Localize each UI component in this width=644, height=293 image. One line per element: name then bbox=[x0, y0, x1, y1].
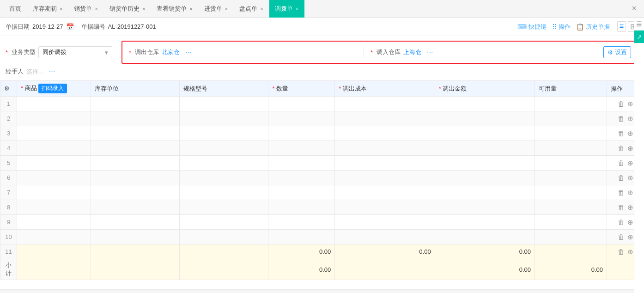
row-qty[interactable] bbox=[268, 215, 335, 230]
row-product[interactable] bbox=[17, 156, 91, 171]
calendar-icon[interactable]: 📅 bbox=[66, 23, 74, 31]
tab-home[interactable]: 首页 bbox=[4, 0, 27, 18]
horizontal-scrollbar[interactable] bbox=[0, 289, 644, 293]
copy-icon[interactable]: ⊕ bbox=[627, 144, 633, 153]
row-cost[interactable] bbox=[335, 141, 435, 156]
row-spec[interactable] bbox=[180, 97, 268, 111]
row-amount[interactable] bbox=[435, 215, 535, 230]
person-dots[interactable]: ··· bbox=[49, 67, 55, 76]
row-amount[interactable] bbox=[435, 230, 535, 244]
row-qty[interactable] bbox=[268, 97, 335, 111]
business-type-select[interactable]: 同价调拨 ▾ bbox=[38, 46, 112, 58]
row-qty[interactable] bbox=[268, 200, 335, 215]
tab-close-purchase[interactable]: × bbox=[225, 6, 228, 12]
row-cost[interactable] bbox=[335, 215, 435, 230]
row-unit[interactable] bbox=[91, 156, 180, 171]
tab-close-sales-order[interactable]: × bbox=[95, 6, 97, 12]
copy-icon[interactable]: ⊕ bbox=[627, 115, 633, 123]
row-spec[interactable] bbox=[180, 171, 268, 185]
row-product[interactable] bbox=[17, 111, 91, 126]
tab-purchase[interactable]: 进货单 × bbox=[199, 0, 234, 18]
copy-icon[interactable]: ⊕ bbox=[627, 174, 633, 182]
row-unit[interactable] bbox=[91, 111, 180, 126]
layout-list-button[interactable]: ≡ bbox=[617, 21, 626, 32]
row-cost[interactable] bbox=[335, 171, 435, 185]
row-amount[interactable] bbox=[435, 200, 535, 215]
copy-icon[interactable]: ⊕ bbox=[627, 203, 633, 212]
row-unit[interactable] bbox=[91, 215, 180, 230]
row-cost[interactable] bbox=[335, 97, 435, 111]
tab-close-sales-history[interactable]: × bbox=[142, 6, 145, 12]
row-available[interactable] bbox=[535, 126, 607, 141]
row-available[interactable] bbox=[535, 156, 607, 171]
row-available[interactable] bbox=[535, 185, 607, 200]
row-unit[interactable] bbox=[91, 141, 180, 156]
row-product[interactable] bbox=[17, 185, 91, 200]
row-qty[interactable] bbox=[268, 126, 335, 141]
row-spec[interactable] bbox=[180, 126, 268, 141]
delete-icon[interactable]: 🗑 bbox=[618, 100, 625, 108]
row-spec[interactable] bbox=[180, 200, 268, 215]
row-cost[interactable] bbox=[335, 200, 435, 215]
row-unit[interactable] bbox=[91, 185, 180, 200]
row-available[interactable] bbox=[535, 200, 607, 215]
delete-icon[interactable]: 🗑 bbox=[618, 159, 625, 167]
row-spec[interactable] bbox=[180, 185, 268, 200]
tab-close-inventory-init[interactable]: × bbox=[60, 6, 62, 12]
row-available[interactable] bbox=[535, 215, 607, 230]
tab-view-sales[interactable]: 查看销货单 × bbox=[151, 0, 198, 18]
out-warehouse-dots[interactable]: ··· bbox=[185, 48, 191, 56]
delete-icon[interactable]: 🗑 bbox=[618, 233, 625, 241]
history-button[interactable]: 📋 历史单据 bbox=[576, 23, 610, 31]
row-spec[interactable] bbox=[180, 156, 268, 171]
row-amount[interactable] bbox=[435, 126, 535, 141]
row-qty[interactable] bbox=[268, 185, 335, 200]
delete-icon[interactable]: 🗑 bbox=[618, 115, 625, 122]
shortcut-button[interactable]: ⌨ 快捷键 bbox=[517, 23, 547, 31]
row-product[interactable] bbox=[17, 141, 91, 156]
row-amount[interactable] bbox=[435, 156, 535, 171]
row-product[interactable] bbox=[17, 171, 91, 185]
copy-icon[interactable]: ⊕ bbox=[627, 233, 633, 241]
row-unit[interactable] bbox=[91, 200, 180, 215]
tab-close-view-sales[interactable]: × bbox=[189, 6, 192, 12]
row-cost[interactable] bbox=[335, 156, 435, 171]
row-qty[interactable] bbox=[268, 156, 335, 171]
row-product[interactable] bbox=[17, 230, 91, 244]
row-cost[interactable] bbox=[335, 111, 435, 126]
tab-inventory-check[interactable]: 盘点单 × bbox=[234, 0, 269, 18]
person-select[interactable]: 选择... bbox=[26, 67, 43, 76]
delete-icon[interactable]: 🗑 bbox=[618, 203, 625, 211]
copy-icon[interactable]: ⊕ bbox=[627, 100, 633, 108]
row-amount[interactable] bbox=[435, 171, 535, 185]
delete-icon[interactable]: 🗑 bbox=[618, 129, 625, 137]
row-amount[interactable] bbox=[435, 141, 535, 156]
tab-inventory-init[interactable]: 库存期初 × bbox=[27, 0, 68, 18]
row-available[interactable] bbox=[535, 97, 607, 111]
tab-close-inventory-check[interactable]: × bbox=[260, 6, 263, 12]
row-spec[interactable] bbox=[180, 111, 268, 126]
copy-icon[interactable]: ⊕ bbox=[627, 159, 633, 167]
delete-icon[interactable]: 🗑 bbox=[618, 218, 625, 226]
row-product[interactable] bbox=[17, 200, 91, 215]
settings-button[interactable]: ⚙ 设置 bbox=[603, 46, 631, 58]
row-spec[interactable] bbox=[180, 215, 268, 230]
row-unit[interactable] bbox=[91, 230, 180, 244]
row-spec[interactable] bbox=[180, 141, 268, 156]
row-unit[interactable] bbox=[91, 126, 180, 141]
row-qty[interactable] bbox=[268, 111, 335, 126]
window-close-button[interactable]: × bbox=[628, 4, 640, 13]
operation-button[interactable]: ⠿ 操作 bbox=[552, 23, 571, 31]
tab-sales-history[interactable]: 销货单历史 × bbox=[104, 0, 151, 18]
row-cost[interactable] bbox=[335, 126, 435, 141]
row-spec[interactable] bbox=[180, 230, 268, 244]
tab-close-transfer[interactable]: × bbox=[296, 6, 298, 12]
row-available[interactable] bbox=[535, 111, 607, 126]
tab-sales-order[interactable]: 销货单 × bbox=[68, 0, 103, 18]
tab-transfer[interactable]: 调拨单 × bbox=[269, 0, 304, 18]
row-amount[interactable] bbox=[435, 185, 535, 200]
row-available[interactable] bbox=[535, 230, 607, 244]
row-cost[interactable] bbox=[335, 230, 435, 244]
row-amount[interactable] bbox=[435, 97, 535, 111]
copy-icon[interactable]: ⊕ bbox=[627, 248, 633, 256]
